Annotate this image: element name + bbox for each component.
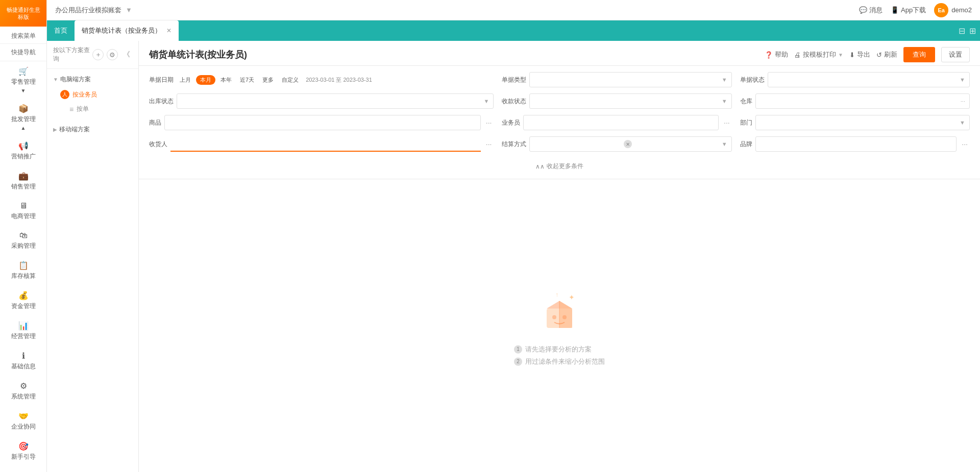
receiver-label: 收货人 (149, 140, 167, 149)
sidebar-item-system[interactable]: ⚙ 系统管理 (0, 376, 46, 406)
desktop-plan-group: ▼ 电脑端方案 人 按业务员 ≡ 按单 (47, 69, 138, 119)
salesperson-input[interactable] (523, 115, 719, 130)
receiver-input[interactable] (170, 136, 481, 152)
add-plan-button[interactable]: ＋ (92, 49, 104, 60)
empty-tips: 1 请先选择要分析的方案 2 用过滤条件来缩小分析范围 (514, 345, 605, 366)
doc-status-select[interactable]: ▼ (768, 72, 970, 87)
help-button[interactable]: ❓ 帮助 (765, 50, 788, 59)
plan-sub-item-label: 按单 (77, 105, 89, 113)
export-label: 导出 (857, 50, 870, 59)
tip-2-text: 用过滤条件来缩小分析范围 (525, 357, 605, 366)
date-btn-last-7-days[interactable]: 近7天 (237, 75, 257, 85)
receiver-dots[interactable]: ··· (484, 140, 494, 148)
doc-type-select[interactable]: ▼ (529, 72, 731, 87)
phone-icon: 📱 (891, 6, 899, 14)
sidebar-item-marketing[interactable]: 📢 营销推广 (0, 136, 46, 166)
receipt-status-select[interactable]: ▼ (529, 93, 731, 109)
sidebar-item-appcenter[interactable]: 📱 应用中心 (0, 466, 46, 472)
desktop-plan-label: 电脑端方案 (60, 75, 91, 84)
sidebar-item-inventory[interactable]: 📋 库存核算 (0, 255, 46, 286)
sidebar-item-label: 批发管理 (11, 115, 36, 124)
minimize-button[interactable]: ⊟ (959, 26, 965, 36)
sidebar-item-newbie[interactable]: 🎯 新手引导 (0, 436, 46, 466)
sidebar-item-cooperation[interactable]: 🤝 企业协同 (0, 406, 46, 436)
filter-results-area: 销货单统计表(按业务员) ❓ 帮助 🖨 按模板打印 ▼ ⬇ 导出 (139, 41, 980, 472)
print-icon: 🖨 (794, 51, 801, 59)
filter-header: 销货单统计表(按业务员) ❓ 帮助 🖨 按模板打印 ▼ ⬇ 导出 (139, 41, 980, 66)
app-logo[interactable]: 畅捷通好生意 标版 (0, 0, 47, 27)
plan-item-by-salesperson[interactable]: 人 按业务员 (47, 87, 138, 102)
dept-field: 部门 ▼ (740, 115, 970, 130)
sidebar-item-finance[interactable]: 💰 资金管理 (0, 286, 46, 316)
cooperation-icon: 🤝 (18, 411, 29, 421)
warehouse-select[interactable]: ··· (755, 93, 970, 109)
payment-clear-button[interactable]: ✕ (624, 140, 632, 148)
search-menu-item[interactable]: 搜索菜单 (0, 27, 46, 44)
out-status-select[interactable]: ▼ (177, 93, 494, 109)
svg-point-5 (562, 315, 567, 319)
date-btn-custom[interactable]: 自定义 (279, 75, 302, 85)
tab-home[interactable]: 首页 (47, 20, 75, 41)
sidebar-item-sales[interactable]: 💼 销售管理 (0, 166, 46, 196)
page-title: 销货单统计表(按业务员) (149, 49, 247, 61)
app-download-button[interactable]: 📱 App下载 (891, 6, 926, 15)
export-button[interactable]: ⬇ 导出 (849, 50, 870, 59)
doc-type-label: 单据类型 (502, 76, 526, 84)
svg-point-4 (552, 315, 556, 319)
date-btn-last-month[interactable]: 上月 (177, 75, 194, 85)
collapse-label: 收起更多条件 (547, 162, 583, 171)
warehouse-label: 仓库 (740, 97, 752, 106)
receipt-status-arrow-icon: ▼ (722, 98, 727, 104)
collapse-sidebar-button[interactable]: 《 (121, 49, 132, 60)
system-icon: ⚙ (20, 381, 27, 391)
message-button[interactable]: 💬 消息 (859, 6, 883, 15)
settings-button[interactable]: 设置 (941, 47, 970, 62)
username-label: demo2 (951, 6, 972, 14)
sales-icon: 💼 (18, 171, 29, 181)
sidebar-item-retail[interactable]: 🛒 零售管理 ▼ (0, 61, 46, 99)
collapse-more-button[interactable]: ∧∧ 收起更多条件 (149, 158, 970, 173)
brand-dots[interactable]: ··· (960, 140, 970, 148)
refresh-button[interactable]: ↺ 刷新 (876, 50, 897, 59)
filter-row-2: 出库状态 ▼ 收款状态 ▼ 仓库 (149, 93, 970, 109)
sidebar-item-label: 营销推广 (11, 152, 36, 161)
goods-input[interactable] (164, 115, 481, 130)
salesperson-dots[interactable]: ··· (722, 119, 732, 127)
sidebar-item-label: 资金管理 (11, 302, 36, 311)
breadcrumb-arrow-icon[interactable]: ▼ (126, 6, 132, 14)
mobile-plan-arrow: ▶ (53, 127, 57, 132)
settings-plan-button[interactable]: ⚙ (107, 49, 118, 60)
goods-dots[interactable]: ··· (484, 119, 494, 127)
tab-close-button[interactable]: ✕ (166, 27, 172, 34)
dept-select[interactable]: ▼ (755, 115, 970, 130)
sidebar-item-purchase[interactable]: 🛍 采购管理 (0, 226, 46, 255)
plan-sub-item-by-order[interactable]: ≡ 按单 (47, 102, 138, 116)
date-field: 单据日期 上月 本月 本年 近7天 更多 自定义 2023-03-01 至 20… (149, 75, 494, 85)
print-template-button[interactable]: 🖨 按模板打印 ▼ (794, 50, 843, 59)
filter-row-1: 单据日期 上月 本月 本年 近7天 更多 自定义 2023-03-01 至 20… (149, 72, 970, 87)
tab-sales-stat[interactable]: 销货单统计表（按业务员） ✕ (75, 20, 179, 41)
order-icon: ≡ (69, 105, 74, 113)
sidebar-item-basic[interactable]: ℹ 基础信息 (0, 346, 46, 376)
user-avatar: Ea (934, 3, 948, 17)
mobile-plan-title[interactable]: ▶ 移动端方案 (47, 122, 138, 137)
desktop-plan-title[interactable]: ▼ 电脑端方案 (47, 72, 138, 87)
sidebar-item-operations[interactable]: 📊 经营管理 (0, 316, 46, 346)
help-label: 帮助 (775, 50, 788, 59)
payment-select[interactable]: ✕ ▼ (529, 136, 731, 152)
quick-nav-item[interactable]: 快捷导航 (0, 44, 46, 61)
payment-label: 结算方式 (502, 140, 526, 149)
user-menu[interactable]: Ea demo2 (934, 3, 972, 17)
page-content: 按以下方案查询 ＋ ⚙ 《 ▼ 电脑端方案 人 按业务员 ≡ 按单 (47, 41, 980, 472)
date-btn-this-year[interactable]: 本年 (217, 75, 235, 85)
sidebar-item-wholesale[interactable]: 📦 批发管理 ▲ (0, 99, 46, 136)
sidebar-item-ecommerce[interactable]: 🖥 电商管理 (0, 196, 46, 226)
brand-input[interactable] (755, 136, 957, 152)
query-button[interactable]: 查询 (903, 47, 935, 62)
maximize-button[interactable]: ⊞ (969, 26, 976, 36)
out-status-arrow-icon: ▼ (484, 98, 489, 104)
finance-icon: 💰 (18, 291, 29, 300)
date-btn-this-month[interactable]: 本月 (196, 75, 215, 85)
date-btn-more[interactable]: 更多 (259, 75, 277, 85)
message-icon: 💬 (859, 6, 867, 14)
